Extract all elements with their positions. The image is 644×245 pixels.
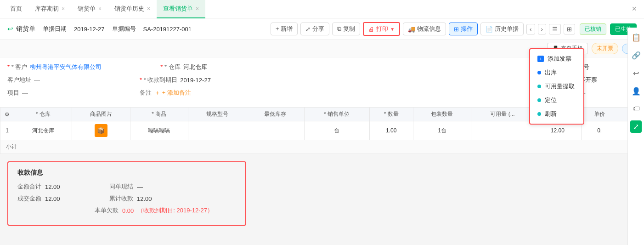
copy-icon: ⧉ <box>337 25 341 33</box>
cancel-status-badge: 已核销 <box>580 23 606 35</box>
view-detail-button[interactable]: ⊞ <box>564 24 575 34</box>
outbound-dot-icon <box>537 71 541 74</box>
add-remark-button[interactable]: ＋ + 添加备注 <box>154 89 191 97</box>
payment-row-2: 成交金额 12.00 累计收款 12.00 <box>17 194 236 203</box>
number-label: 单据编号 <box>112 25 136 33</box>
dropdown-add-invoice[interactable]: + 添加发票 <box>530 52 583 66</box>
tab-view-sales[interactable]: 查看销货单 × <box>157 0 205 18</box>
sidebar-clipboard-icon[interactable]: 📋 <box>630 31 643 44</box>
date-label: 单据日期 <box>43 25 67 33</box>
payment-row-3: 本单欠款 0.00 （收款到期日: 2019-12-27） <box>17 206 236 215</box>
row-unit: 台 <box>304 121 369 140</box>
share-icon: ⤢ <box>305 26 311 33</box>
customer-value[interactable]: 柳州粤港平安气体有限公司 <box>30 63 102 71</box>
available-qty-dot-icon <box>537 85 541 88</box>
owed-value: 0.00 <box>122 207 134 214</box>
sidebar-tag-icon[interactable]: 🏷 <box>631 103 642 115</box>
history-button[interactable]: 📄 历史单据 <box>480 23 524 35</box>
logistics-icon: 🚚 <box>408 26 415 33</box>
nav-next-button[interactable]: › <box>538 24 546 34</box>
logistics-button[interactable]: 🚚 物流信息 <box>403 23 446 35</box>
sidebar-expand-icon[interactable]: ⤢ <box>630 120 642 133</box>
row-index: 1 <box>0 121 14 140</box>
dropdown-refresh[interactable]: 刷新 <box>530 107 583 121</box>
col-available: 可用量 (... <box>471 108 534 121</box>
add-invoice-icon: + <box>537 56 544 62</box>
gear-icon[interactable]: ⚙ <box>5 111 10 118</box>
col-settings[interactable]: ⚙ <box>0 108 14 121</box>
deal-amount-item: 成交金额 12.00 <box>17 194 91 203</box>
tab-home[interactable]: 首页 <box>4 0 28 18</box>
row-quantity: 1.00 <box>369 121 413 140</box>
sidebar-return-icon[interactable]: ↩ <box>631 67 641 80</box>
row-warehouse: 河北仓库 <box>14 121 72 140</box>
tab-sales-history-close[interactable]: × <box>147 6 150 12</box>
tab-inventory-init-close[interactable]: × <box>62 6 65 12</box>
document-header: ↩ 销货单 单据日期 2019-12-27 单据编号 SA-20191227-0… <box>0 18 644 40</box>
share-button[interactable]: ⤢ 分享 <box>300 23 329 35</box>
sidebar-user-icon[interactable]: 👤 <box>630 85 643 97</box>
add-icon: ＋ <box>154 89 160 96</box>
locate-dot-icon <box>537 98 541 102</box>
remark-field: 备注 ＋ + 添加备注 <box>140 89 232 97</box>
tab-view-sales-close[interactable]: × <box>196 6 199 12</box>
subtotal-label: 小计 <box>0 140 644 154</box>
dropdown-outbound[interactable]: 出库 <box>530 66 583 80</box>
amount-total-value: 12.00 <box>45 183 60 190</box>
payment-title: 收款信息 <box>17 169 236 177</box>
total-received-item: 累计收款 12.00 <box>109 194 183 203</box>
row-product-img: 📦 <box>72 121 130 140</box>
row-min-stock <box>246 121 304 140</box>
dropdown-locate[interactable]: 定位 <box>530 93 583 107</box>
subtotal-row: 小计 <box>0 140 644 154</box>
nav-prev-button[interactable]: ‹ <box>526 24 535 34</box>
new-button[interactable]: + 新增 <box>271 23 298 35</box>
same-order-item: 同单现结 — <box>109 182 183 191</box>
col-pack-qty: 包装数量 <box>413 108 471 121</box>
history-icon: 📄 <box>486 26 493 33</box>
owed-due-note: （收款到期日: 2019-12-27） <box>137 206 213 215</box>
doc-type-label: 销货单 <box>16 25 35 33</box>
col-product-img: 商品图片 <box>72 108 130 121</box>
refresh-dot-icon <box>537 112 541 116</box>
col-spec: 规格型号 <box>188 108 246 121</box>
sidebar-link-icon[interactable]: 🔗 <box>630 49 643 62</box>
operate-button[interactable]: ⊞ 操作 <box>449 23 478 35</box>
address-value: — <box>34 77 40 84</box>
due-date-value: 2019-12-27 <box>180 77 211 84</box>
col-price: 单价 <box>581 108 618 121</box>
document-title: ↩ 销货单 <box>7 25 35 33</box>
doc-actions: + 新增 ⤢ 分享 ⧉ 复制 🖨 打印 ▼ 🚚 物流信息 ⊞ 操作 📄 历史单据… <box>271 22 637 36</box>
tab-inventory-init[interactable]: 库存期初 × <box>28 0 71 18</box>
print-icon: 🖨 <box>368 26 374 33</box>
tab-sales-history[interactable]: 销货单历史 × <box>108 0 157 18</box>
row-product: 嗝嗝嗝嗝 <box>130 121 188 140</box>
tab-bar: 首页 库存期初 × 销货单 × 销货单历史 × 查看销货单 × × <box>0 0 644 18</box>
project-field: 项目 — <box>7 89 99 97</box>
payment-info-box: 收款信息 金额合计 12.00 同单现结 — 成交金额 12.00 累计收款 1… <box>7 161 246 226</box>
row-spec <box>188 121 246 140</box>
not-open-ticket-button[interactable]: 未开票 <box>592 43 618 54</box>
row-price: 0. <box>581 121 618 140</box>
operate-dropdown-menu: + 添加发票 出库 可用量提取 定位 刷新 <box>529 48 584 125</box>
warehouse-field: * * 仓库 河北仓库 <box>160 63 252 71</box>
col-unit: * 销售单位 <box>304 108 369 121</box>
amount-total-item: 金额合计 12.00 <box>17 182 91 191</box>
due-date-field: * * 收款到期日 2019-12-27 <box>140 76 232 84</box>
tab-sales-order[interactable]: 销货单 × <box>71 0 108 18</box>
same-order-value: — <box>137 183 143 190</box>
tab-bar-close-icon[interactable]: × <box>628 4 640 14</box>
tab-sales-order-close[interactable]: × <box>98 6 102 12</box>
number-value: SA-20191227-001 <box>143 26 192 33</box>
col-quantity: * 数量 <box>369 108 413 121</box>
date-value: 2019-12-27 <box>74 26 105 33</box>
warehouse-value: 河北仓库 <box>183 63 207 71</box>
copy-button[interactable]: ⧉ 复制 <box>332 23 360 35</box>
dropdown-available-qty[interactable]: 可用量提取 <box>530 80 583 93</box>
deal-amount-value: 12.00 <box>45 195 60 202</box>
product-thumbnail: 📦 <box>95 124 107 137</box>
doc-meta: 单据日期 2019-12-27 单据编号 SA-20191227-001 <box>43 25 192 33</box>
col-min-stock: 最低库存 <box>246 108 304 121</box>
view-list-button[interactable]: ☰ <box>549 24 561 34</box>
print-button[interactable]: 🖨 打印 ▼ <box>363 22 400 36</box>
